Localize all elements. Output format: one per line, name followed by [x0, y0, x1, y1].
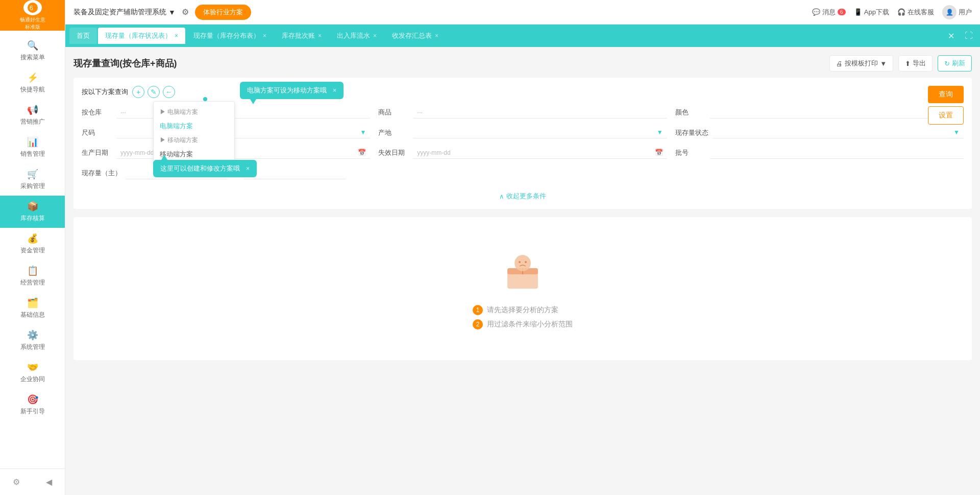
system-title-select[interactable]: 装备及固定资产辅助管理系统 ▼ — [74, 8, 176, 17]
settings-icon[interactable]: ⚙ — [182, 7, 189, 17]
sidebar-item-sales[interactable]: 📊 销售管理 — [0, 131, 65, 163]
stock-qty-to[interactable] — [244, 167, 346, 179]
expire-date-label: 失效日期 — [378, 148, 409, 157]
tab-home[interactable]: 首页 — [69, 28, 97, 44]
logo-icon: 6 — [23, 0, 42, 15]
refresh-btn[interactable]: ↻ 刷新 — [938, 55, 972, 72]
sidebar-item-system[interactable]: ⚙️ 系统管理 — [0, 324, 65, 357]
stock-state-select[interactable]: ▼ — [713, 127, 964, 138]
trial-button[interactable]: 体验行业方案 — [195, 5, 251, 20]
sidebar: 6 畅通好生意 标准版 🔍 搜索菜单 ⚡ 快捷导航 📢 营销推广 📊 销售管理 … — [0, 0, 65, 495]
scheme-item-desktop[interactable]: 电脑端方案 — [154, 119, 234, 134]
size-chevron-icon: ▼ — [360, 129, 366, 136]
tooltip-1-close[interactable]: × — [333, 86, 337, 94]
filter-field-expire-date: 失效日期 yyyy-mm-dd 📅 — [378, 147, 667, 159]
close-all-tabs-icon[interactable]: ✕ — [945, 29, 958, 43]
sidebar-item-finance[interactable]: 💰 资金管理 — [0, 228, 65, 260]
tab-bar-actions: ✕ ⛶ — [945, 29, 976, 43]
tab-inout-flow[interactable]: 出入库流水 × — [330, 28, 384, 44]
user-menu[interactable]: 👤 用户 — [942, 5, 972, 19]
brand-tag: 标准版 — [25, 23, 40, 31]
batch-input[interactable] — [710, 147, 964, 159]
app-download-btn[interactable]: 📱 App下载 — [854, 8, 889, 17]
sidebar-label-quick-nav: 快捷导航 — [20, 85, 45, 94]
tooltip-2-text: 这里可以创建和修改方案哦 — [160, 164, 240, 172]
tab-batch-ledger-label: 库存批次账 — [282, 31, 315, 40]
scheme-desktop-label: 电脑端方案 — [160, 122, 193, 131]
filter-panel: 按以下方案查询 + ✎ ← 电脑方案可设为移动方案哦 × ▶ 电脑端方案 电脑端… — [74, 78, 972, 209]
dot-indicator — [203, 97, 207, 101]
origin-select[interactable]: ▼ — [413, 127, 667, 138]
left-arrow-btn[interactable]: ← — [163, 86, 175, 98]
filter-field-batch: 批号 — [675, 147, 964, 159]
collapse-sidebar-btn[interactable]: ◀ — [42, 475, 56, 489]
page-actions: 🖨 按模板打印 ▼ ⬆ 导出 ↻ 刷新 — [829, 55, 972, 72]
lightning-icon: ⚡ — [27, 72, 38, 83]
color-select[interactable]: ▼ — [710, 107, 964, 119]
expire-date-range: yyyy-mm-dd 📅 — [413, 147, 667, 159]
sidebar-item-purchase[interactable]: 🛒 采购管理 — [0, 163, 65, 196]
desktop-scheme-title: ▶ 电脑端方案 — [154, 106, 234, 119]
expire-calendar-icon: 📅 — [655, 149, 663, 156]
system-title-text: 装备及固定资产辅助管理系统 — [74, 8, 166, 17]
tab-recv-summary[interactable]: 收发存汇总表 × — [385, 28, 446, 44]
calendar-icon: 📅 — [358, 149, 366, 156]
tab-inventory-dist[interactable]: 现存量（库存分布表） × — [186, 28, 274, 44]
tab-batch-ledger[interactable]: 库存批次账 × — [275, 28, 329, 44]
tooltip-1-text: 电脑方案可设为移动方案哦 — [247, 86, 327, 94]
sidebar-label-basic: 基础信息 — [20, 311, 45, 319]
sidebar-item-inventory[interactable]: 📦 库存核算 — [0, 196, 65, 228]
filter-field-stock-state: 现存量状态 ▼ — [675, 127, 964, 138]
tab-close-inventory-dist[interactable]: × — [263, 32, 266, 39]
sidebar-label-finance: 资金管理 — [20, 246, 45, 255]
sidebar-logo: 6 畅通好生意 标准版 — [0, 0, 65, 31]
sidebar-label-system: 系统管理 — [20, 343, 45, 351]
add-scheme-btn[interactable]: + — [132, 86, 144, 98]
avatar: 👤 — [942, 5, 957, 19]
tip-text-2: 用过滤条件来缩小分析范围 — [487, 320, 573, 329]
tab-recv-summary-label: 收发存汇总表 — [392, 31, 432, 40]
tab-inventory-status[interactable]: 现存量（库存状况表） × — [98, 28, 185, 44]
export-btn[interactable]: ⬆ 导出 — [898, 55, 933, 72]
notifications-btn[interactable]: 💬 消息 6 — [812, 8, 846, 17]
expand-icon[interactable]: ⛶ — [962, 29, 976, 43]
svg-point-6 — [519, 261, 521, 263]
tooltip-2-close[interactable]: × — [246, 164, 250, 172]
settings-footer-icon[interactable]: ⚙ — [9, 475, 24, 489]
goods-input[interactable]: ··· — [413, 106, 667, 119]
sidebar-item-guide[interactable]: 🎯 新手引导 — [0, 389, 65, 421]
brand-name: 畅通好生意 — [20, 16, 45, 23]
goods-label: 商品 — [378, 108, 409, 117]
print-template-btn[interactable]: 🖨 按模板打印 ▼ — [829, 55, 893, 72]
empty-tip-2: 2 用过滤条件来缩小分析范围 — [473, 319, 573, 329]
origin-label: 产地 — [378, 128, 409, 137]
collapse-more-btn[interactable]: ∧ 收起更多条件 — [499, 192, 546, 201]
headset-icon: 🎧 — [897, 8, 905, 16]
sidebar-item-operations[interactable]: 📋 经营管理 — [0, 260, 65, 292]
main-content: 装备及固定资产辅助管理系统 ▼ ⚙ 体验行业方案 💬 消息 6 📱 App下载 … — [65, 0, 980, 495]
svg-text:6: 6 — [30, 5, 33, 12]
tip-text-1: 请先选择要分析的方案 — [487, 305, 558, 315]
inventory-icon: 📦 — [27, 201, 38, 212]
sidebar-item-search[interactable]: 🔍 搜索菜单 — [0, 35, 65, 67]
size-label: 尺码 — [82, 128, 112, 137]
search-button[interactable]: 查询 — [928, 86, 964, 103]
sidebar-item-enterprise[interactable]: 🤝 企业协同 — [0, 357, 65, 389]
online-support-btn[interactable]: 🎧 在线客服 — [897, 8, 934, 17]
tab-close-inventory-status[interactable]: × — [175, 32, 178, 39]
tab-close-batch-ledger[interactable]: × — [318, 32, 322, 39]
edit-scheme-btn[interactable]: ✎ — [148, 86, 160, 98]
sidebar-label-sales: 销售管理 — [20, 150, 45, 158]
sidebar-item-marketing[interactable]: 📢 营销推广 — [0, 99, 65, 131]
sidebar-item-basic[interactable]: 🗂️ 基础信息 — [0, 292, 65, 324]
sidebar-label-guide: 新手引导 — [20, 407, 45, 416]
expire-date-from[interactable]: yyyy-mm-dd 📅 — [413, 147, 667, 159]
batch-label: 批号 — [675, 148, 706, 157]
sidebar-item-quick-nav[interactable]: ⚡ 快捷导航 — [0, 67, 65, 99]
page-title: 现存量查询(按仓库+商品) — [74, 57, 177, 69]
tab-close-recv-summary[interactable]: × — [435, 32, 438, 39]
message-icon: 💬 — [812, 8, 820, 16]
sidebar-label-search: 搜索菜单 — [20, 53, 45, 62]
tab-close-inout-flow[interactable]: × — [373, 32, 377, 39]
reset-button[interactable]: 设置 — [928, 106, 964, 125]
